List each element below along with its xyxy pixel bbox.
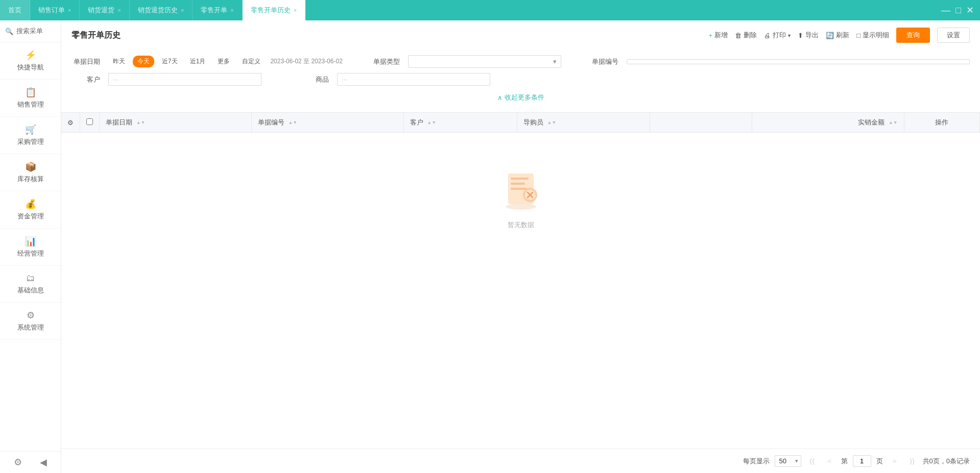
print-dropdown-icon: ▾ [788,33,791,38]
query-button[interactable]: 查询 [896,28,930,43]
sidebar: 🔍 搜索采单 ⚡ 快捷导航 📋 销售管理 🛒 采购管理 📦 库存核算 💰 资金管… [0,20,61,473]
tab-sales-order-label: 销售订单 [38,6,65,15]
filter-row-1: 单据日期 昨天 今天 近7天 近1月 更多 自定义 2023-06-02 至 2… [71,55,970,68]
delete-icon: 🗑 [735,32,742,39]
search-icon: 🔍 [5,28,13,35]
customer-input[interactable]: ··· [108,73,261,86]
page-title: 零售开单历史 [71,30,121,41]
add-label: 新增 [714,31,728,40]
tab-retail-history[interactable]: 零售开单历史 × [243,0,305,20]
pagination: 每页显示 50 10 20 100 ⟨⟨ ＜ 第 页 ＞ ⟩⟩ 共0页，0条记录 [61,449,980,473]
sidebar-item-sales-mgmt-label: 销售管理 [17,100,44,109]
sort-date-icon[interactable]: ▲▼ [136,120,146,125]
delete-label: 删除 [744,31,757,40]
refresh-button[interactable]: 🔄 刷新 [826,31,849,40]
sidebar-search[interactable]: 🔍 搜索采单 [0,20,61,42]
print-icon: 🖨 [764,32,771,39]
export-label: 导出 [805,31,819,40]
sidebar-item-operations-label: 经营管理 [17,249,44,258]
tab-sales-return-close[interactable]: × [117,7,121,13]
sidebar-item-sales-mgmt[interactable]: 📋 销售管理 [0,80,61,117]
last-page-btn[interactable]: ⟩⟩ [906,456,918,466]
tab-sales-order-close[interactable]: × [68,7,71,13]
sidebar-item-finance[interactable]: 💰 资金管理 [0,191,61,229]
column-settings-icon[interactable]: ⚙ [67,119,74,127]
first-page-btn[interactable]: ⟨⟨ [806,456,818,466]
date-btn-today[interactable]: 今天 [133,56,154,67]
th-date-label: 单据日期 [106,118,132,126]
th-number[interactable]: 单据编号 ▲▼ [251,113,403,133]
minimize-btn[interactable]: — [941,5,950,16]
prev-page-btn[interactable]: ＜ [823,456,836,467]
print-button[interactable]: 🖨 打印 ▾ [764,31,791,40]
per-page-select[interactable]: 50 10 20 100 [775,455,801,467]
table-wrap: ⚙ 单据日期 ▲▼ 单据编号 ▲▼ [61,113,980,449]
tab-sales-return-history[interactable]: 销货退货历史 × [130,0,193,20]
tab-retail-history-label: 零售开单历史 [251,6,291,15]
sidebar-item-system[interactable]: ⚙ 系统管理 [0,303,61,340]
page-suffix: 页 [876,457,883,466]
date-btn-1month[interactable]: 近1月 [185,56,210,67]
total-info: 共0页，0条记录 [923,457,970,466]
sidebar-collapse-icon[interactable]: ◀ [40,457,47,468]
type-dropdown-icon: ▾ [553,58,557,65]
tab-retail-history-close[interactable]: × [294,7,297,13]
th-customer[interactable]: 客户 ▲▼ [403,113,517,133]
display-label: 显示明细 [863,31,889,40]
th-date[interactable]: 单据日期 ▲▼ [100,113,252,133]
number-input[interactable] [627,59,970,64]
date-range-text: 2023-06-02 至 2023-06-02 [270,57,342,66]
next-page-btn[interactable]: ＞ [888,456,901,467]
date-btn-more[interactable]: 更多 [213,56,234,67]
tab-home[interactable]: 首页 [0,0,30,20]
th-settings[interactable]: ⚙ [61,113,80,133]
refresh-icon: 🔄 [826,32,834,39]
settings-button[interactable]: 设置 [937,28,970,43]
page-input[interactable] [853,455,871,467]
sidebar-settings-icon[interactable]: ⚙ [14,457,22,468]
date-btn-custom[interactable]: 自定义 [237,56,265,67]
toolbar-actions: + 新增 🗑 删除 🖨 打印 ▾ ⬆ 导出 [709,28,970,43]
display-toggle[interactable]: □ 显示明细 [856,31,889,40]
th-customer-label: 客户 [410,118,423,126]
sidebar-item-operations[interactable]: 📊 经营管理 [0,229,61,266]
operations-icon: 📊 [25,236,36,247]
empty-text: 暂无数据 [508,220,534,230]
number-label: 单据编号 [590,57,618,66]
tab-sales-return-history-close[interactable]: × [181,7,184,13]
tab-retail-open-close[interactable]: × [230,7,233,13]
type-select[interactable]: ▾ [408,55,561,68]
close-btn[interactable]: ✕ [966,5,974,16]
goods-input[interactable]: ··· [337,73,490,86]
page-title-row: 零售开单历史 + 新增 🗑 删除 🖨 打印 ▾ [71,28,970,43]
sidebar-item-purchase-mgmt[interactable]: 🛒 采购管理 [0,117,61,154]
select-all-checkbox[interactable] [86,118,93,125]
date-btn-7days[interactable]: 近7天 [157,56,182,67]
th-guide[interactable]: 导购员 ▲▼ [517,113,650,133]
delete-button[interactable]: 🗑 删除 [735,31,757,40]
sales-mgmt-icon: 📋 [25,87,36,98]
system-icon: ⚙ [27,310,35,321]
sidebar-item-basic-info[interactable]: 🗂 基础信息 [0,266,61,303]
checkbox-icon: □ [856,32,861,39]
tab-retail-open[interactable]: 零售开单 × [193,0,242,20]
export-button[interactable]: ⬆ 导出 [798,31,819,40]
customer-dots: ··· [113,76,118,83]
sidebar-item-quick-nav[interactable]: ⚡ 快捷导航 [0,42,61,80]
date-btn-yesterday[interactable]: 昨天 [108,56,130,67]
th-amount[interactable]: 实销金额 ▲▼ [752,113,904,133]
sort-amount-icon[interactable]: ▲▼ [889,120,898,125]
sidebar-item-basic-info-label: 基础信息 [17,286,44,295]
add-button[interactable]: + 新增 [709,31,728,40]
tab-sales-return[interactable]: 销货退货 × [80,0,129,20]
sort-customer-icon[interactable]: ▲▼ [427,120,436,125]
th-number-label: 单据编号 [258,118,284,126]
collapse-more-btn[interactable]: ∧ 收起更多条件 [71,91,970,106]
th-check[interactable] [80,113,100,133]
sort-number-icon[interactable]: ▲▼ [288,120,297,125]
data-table: ⚙ 单据日期 ▲▼ 单据编号 ▲▼ [61,113,980,133]
sort-guide-icon[interactable]: ▲▼ [547,120,556,125]
tab-sales-order[interactable]: 销售订单 × [30,0,80,20]
maximize-btn[interactable]: □ [955,5,961,16]
sidebar-item-inventory[interactable]: 📦 库存核算 [0,154,61,191]
